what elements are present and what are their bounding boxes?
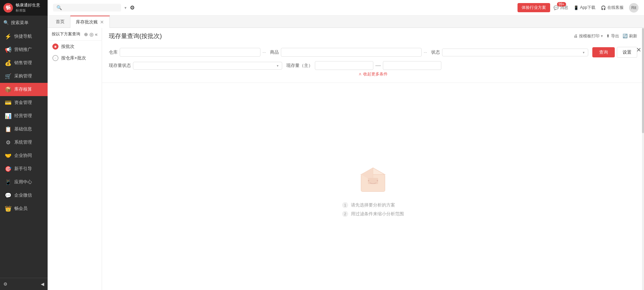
filter-collapse-btn[interactable]: ∧ 收起更多条件 — [109, 70, 637, 78]
sidebar-item-base[interactable]: 📋 基础信息 — [0, 123, 48, 136]
sidebar-item-operations[interactable]: 📊 经营管理 — [0, 109, 48, 123]
topbar-search[interactable]: 🔍 — [53, 4, 121, 12]
export-icon: ⬆ — [606, 34, 610, 38]
app-subtitle: 标准版 — [16, 8, 40, 13]
sidebar-item-member[interactable]: 👑 畅会员 — [0, 202, 48, 215]
experience-btn[interactable]: 体验行业方案 — [518, 3, 550, 12]
sidebar-wechat-label: 企业微信 — [14, 192, 32, 198]
collapse-icon: ∧ — [358, 72, 363, 76]
user-avatar-action[interactable]: Rit — [629, 3, 639, 13]
right-scrollbar[interactable] — [642, 28, 644, 290]
sidebar-purchase-icon: 🛒 — [5, 73, 12, 79]
sidebar-collapse-icon[interactable]: ◀ — [41, 282, 44, 287]
add-scheme-icon[interactable]: ⊕ — [84, 32, 88, 37]
print-chevron-icon: ▾ — [601, 34, 603, 38]
sidebar-search-area[interactable]: 🔍 搜索菜单 — [0, 16, 48, 30]
warehouse-input[interactable] — [120, 48, 260, 57]
sidebar-purchase-label: 采购管理 — [14, 73, 32, 79]
tab-home-label: 首页 — [56, 19, 65, 25]
collapse-panel-icon[interactable]: « — [95, 32, 98, 37]
tab-inventory-batch-close[interactable]: ✕ — [100, 19, 104, 25]
right-panel: 现存量查询(按批次) 🖨 按模板打印 ▾ ⬆ 导出 🔄 刷新 — [102, 28, 644, 290]
sidebar-bottom: ⚙ ◀ — [0, 278, 48, 290]
svg-point-5 — [368, 180, 369, 181]
sidebar-guide-icon: 🎯 — [5, 166, 12, 172]
sidebar-inventory-label: 库存核算 — [14, 86, 32, 92]
left-panel-by-warehouse-batch-label: 按仓库+批次 — [61, 55, 86, 61]
inventory-qty-filter-group: 现存量（主） — — [286, 61, 460, 70]
sidebar-sales-label: 销售管理 — [14, 60, 32, 66]
refresh-label: 刷新 — [629, 33, 637, 39]
sidebar-system-icon: ⚙ — [5, 139, 12, 146]
sidebar-wechat-icon: 💬 — [5, 192, 12, 199]
sidebar-quick-nav-icon: ⚡ — [5, 33, 12, 40]
hint-num-1: 1 — [342, 202, 348, 208]
sidebar-item-finance[interactable]: 💳 资金管理 — [0, 96, 48, 109]
sidebar-settings-icon[interactable]: ⚙ — [3, 282, 7, 287]
collapse-label: 收起更多条件 — [363, 72, 388, 76]
refresh-icon: 🔄 — [623, 34, 628, 38]
sidebar-operations-label: 经营管理 — [14, 113, 32, 119]
left-panel-actions: ⊕ ◎ « — [84, 32, 98, 37]
online-support-action[interactable]: 🎧 在线客服 — [601, 5, 624, 11]
warehouse-more-icon[interactable]: ··· — [262, 50, 266, 55]
filter-row-2: 现存量状态 ▾ 现存量（主） — — [109, 61, 637, 70]
main-area: 🔍 ▾ ⚙ 体验行业方案 💬 消息 99+ 📱 App下载 🎧 在线客服 R — [48, 0, 644, 290]
inventory-status-select[interactable]: ▾ — [133, 62, 282, 70]
print-button[interactable]: 🖨 按模板打印 ▾ — [574, 33, 603, 39]
sidebar-item-marketing[interactable]: 📢 营销推广 — [0, 43, 48, 56]
sidebar-item-app-center[interactable]: 📱 应用中心 — [0, 176, 48, 189]
refresh-button[interactable]: 🔄 刷新 — [623, 33, 637, 39]
messages-action[interactable]: 💬 消息 99+ — [554, 5, 568, 11]
export-button[interactable]: ⬆ 导出 — [606, 33, 619, 39]
topbar-search-icon: 🔍 — [56, 5, 62, 10]
panel-close-button[interactable]: ✕ — [636, 46, 641, 54]
sidebar-app-center-icon: 📱 — [5, 179, 12, 185]
query-button[interactable]: 查询 — [592, 47, 615, 57]
sidebar-operations-icon: 📊 — [5, 113, 12, 119]
sidebar-item-inventory[interactable]: 📦 库存核算 — [0, 83, 48, 96]
sidebar-item-sales[interactable]: 💰 销售管理 — [0, 56, 48, 70]
product-input[interactable] — [281, 48, 422, 57]
sidebar-item-system[interactable]: ⚙ 系统管理 — [0, 136, 48, 149]
avatar[interactable]: Rit — [629, 3, 639, 13]
sidebar-item-purchase[interactable]: 🛒 采购管理 — [0, 70, 48, 83]
settings-scheme-icon[interactable]: ◎ — [89, 32, 94, 37]
empty-svg — [353, 156, 393, 197]
status-dropdown-icon: ▾ — [583, 51, 584, 54]
svg-point-6 — [377, 180, 378, 181]
sidebar-app-center-label: 应用中心 — [14, 179, 32, 185]
settings-button[interactable]: 设置 — [617, 47, 637, 58]
sidebar: 畅 畅康通好生意 标准版 🔍 搜索菜单 ⚡ 快捷导航 📢 营销推广 💰 销售管理… — [0, 0, 48, 290]
sidebar-item-collab[interactable]: 🤝 企业协同 — [0, 149, 48, 162]
status-select[interactable]: ▾ — [442, 49, 588, 56]
empty-hint-2: 2 用过滤条件来缩小分析范围 — [342, 211, 404, 217]
sidebar-item-quick-nav[interactable]: ⚡ 快捷导航 — [0, 30, 48, 43]
sidebar-item-wechat[interactable]: 💬 企业微信 — [0, 189, 48, 202]
tabbar: 首页库存批次账✕ — [48, 16, 644, 28]
topbar-gear-icon[interactable]: ⚙ — [130, 4, 135, 11]
print-icon: 🖨 — [574, 34, 578, 38]
topbar-search-input[interactable] — [64, 5, 112, 10]
inventory-qty-from-input[interactable] — [315, 61, 373, 70]
inventory-qty-to-input[interactable] — [383, 61, 441, 70]
sidebar-search-button[interactable]: 🔍 搜索菜单 — [3, 18, 44, 27]
left-panel-item-by-warehouse-batch[interactable]: ○ 按仓库+批次 — [48, 52, 102, 64]
tab-inventory-batch-label: 库存批次账 — [76, 19, 98, 25]
app-title: 畅康通好生意 — [16, 3, 40, 8]
headset-icon: 🎧 — [601, 5, 606, 10]
left-panel-item-by-batch[interactable]: ◉ 按批次 — [48, 41, 102, 52]
page-title: 现存量查询(按批次) — [109, 32, 162, 40]
sidebar-item-guide[interactable]: 🎯 新手引导 — [0, 162, 48, 176]
app-download-action[interactable]: 📱 App下载 — [574, 5, 595, 11]
warehouse-label: 仓库 — [109, 49, 118, 55]
tab-home[interactable]: 首页 — [50, 16, 70, 28]
sidebar-header: 畅 畅康通好生意 标准版 — [0, 0, 48, 16]
topbar-chevron-icon[interactable]: ▾ — [124, 5, 126, 10]
app-info: 畅康通好生意 标准版 — [16, 3, 40, 13]
scrollbar-thumb — [642, 28, 644, 133]
tab-inventory-batch[interactable]: 库存批次账✕ — [70, 16, 110, 28]
app-download-label: App下载 — [580, 5, 595, 11]
product-more-icon[interactable]: ··· — [424, 50, 427, 55]
sidebar-marketing-label: 营销推广 — [14, 47, 32, 53]
